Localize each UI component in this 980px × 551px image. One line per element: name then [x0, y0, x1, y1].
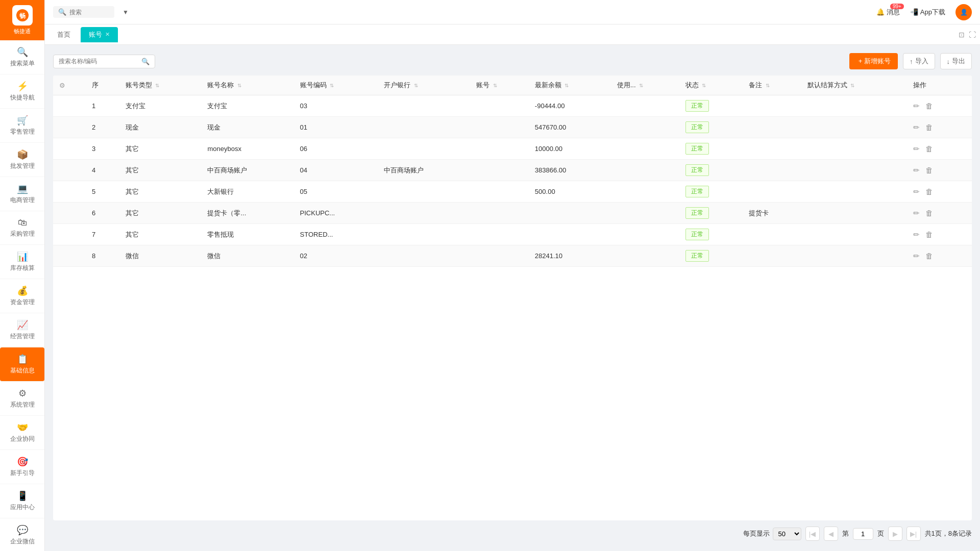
- sidebar-item-inventory-check[interactable]: 📊 库存核算: [0, 245, 44, 279]
- delete-icon[interactable]: 🗑: [925, 252, 933, 260]
- tab-expand-icon[interactable]: ⛶: [969, 31, 976, 39]
- edit-icon[interactable]: ✏: [913, 230, 920, 239]
- sidebar-item-label: 零售管理: [10, 128, 35, 136]
- sidebar: 畅 畅捷通 🔍 搜索菜单 ⚡ 快捷导航 🛒 零售管理 📦 批发管理 💻 电商管理…: [0, 0, 45, 551]
- edit-icon[interactable]: ✏: [913, 209, 920, 217]
- system-icon: ⚙: [18, 388, 27, 399]
- row-code: 02: [294, 245, 378, 267]
- sidebar-item-search-menu[interactable]: 🔍 搜索菜单: [0, 40, 44, 74]
- account-table: ⚙ 序 账号类型 ⇅ 账号名称 ⇅ 账号编码 ⇅ 开户银行 ⇅ 账号 ⇅ 最新余…: [53, 76, 972, 267]
- row-action: ✏ 🗑: [907, 181, 972, 203]
- table-row: 7 其它 零售抵现 STORED... 正常 ✏ 🗑: [53, 224, 972, 245]
- prev-page-button[interactable]: ◀: [824, 527, 838, 541]
- user-avatar[interactable]: 👤: [955, 4, 972, 20]
- row-num: 2: [86, 117, 119, 138]
- sidebar-item-label: 新手引导: [10, 469, 35, 478]
- sidebar-item-app-center[interactable]: 📱 应用中心: [0, 484, 44, 518]
- edit-icon[interactable]: ✏: [913, 102, 920, 110]
- status-badge: 正常: [685, 143, 709, 155]
- col-default-settle[interactable]: 默认结算方式 ⇅: [801, 76, 907, 95]
- header-dropdown[interactable]: ▼: [122, 9, 129, 16]
- delete-icon[interactable]: 🗑: [925, 209, 933, 217]
- delete-icon[interactable]: 🗑: [925, 102, 933, 110]
- tab-home-label: 首页: [57, 30, 70, 39]
- col-usage[interactable]: 使用... ⇅: [611, 76, 679, 95]
- tab-account-label: 账号: [89, 30, 102, 39]
- row-balance: 547670.00: [529, 117, 611, 138]
- sort-account-icon: ⇅: [493, 83, 497, 88]
- col-bank[interactable]: 开户银行 ⇅: [378, 76, 470, 95]
- export-button[interactable]: ↓ 导出: [940, 53, 972, 69]
- import-button[interactable]: ↑ 导入: [903, 53, 935, 69]
- page-number-input[interactable]: [853, 528, 873, 540]
- basic-info-icon: 📋: [17, 354, 28, 365]
- last-page-button[interactable]: ▶|: [906, 527, 921, 541]
- row-action: ✏ 🗑: [907, 95, 972, 117]
- page-size-area: 每页显示 50 10 20 100: [743, 528, 801, 540]
- page-label: 页: [877, 529, 884, 538]
- tab-home[interactable]: 首页: [49, 27, 79, 42]
- col-settings[interactable]: ⚙: [53, 76, 86, 95]
- sidebar-item-capital-mgmt[interactable]: 💰 资金管理: [0, 279, 44, 313]
- row-status: 正常: [679, 117, 743, 138]
- header-search-input[interactable]: [69, 9, 110, 16]
- chevron-down-icon: ▼: [122, 9, 129, 16]
- sidebar-item-enterprise-wechat[interactable]: 💬 企业微信: [0, 518, 44, 551]
- notification-button[interactable]: 🔔 消息 99+: [876, 8, 900, 17]
- next-page-button[interactable]: ▶: [888, 527, 902, 541]
- search-submit-icon[interactable]: 🔍: [141, 58, 150, 65]
- sidebar-item-ecommerce-mgmt[interactable]: 💻 电商管理: [0, 177, 44, 211]
- add-account-button[interactable]: + 新增账号: [849, 53, 898, 69]
- col-code[interactable]: 账号编码 ⇅: [294, 76, 378, 95]
- col-note[interactable]: 备注 ⇅: [743, 76, 801, 95]
- header-search[interactable]: 🔍: [53, 6, 114, 18]
- search-wrapper[interactable]: 🔍: [53, 55, 155, 68]
- delete-icon[interactable]: 🗑: [925, 166, 933, 174]
- first-page-button[interactable]: |◀: [805, 527, 820, 541]
- new-guide-icon: 🎯: [17, 456, 28, 467]
- status-badge: 正常: [685, 229, 709, 240]
- row-bank: [378, 224, 470, 245]
- delete-icon[interactable]: 🗑: [925, 144, 933, 153]
- edit-icon[interactable]: ✏: [913, 123, 920, 132]
- sidebar-item-enterprise-agreement[interactable]: 🤝 企业协同: [0, 416, 44, 450]
- row-balance: [529, 224, 611, 245]
- edit-icon[interactable]: ✏: [913, 187, 920, 196]
- sidebar-item-purchase-mgmt[interactable]: 🛍 采购管理: [0, 211, 44, 245]
- sidebar-item-label: 快捷导航: [10, 93, 35, 102]
- edit-icon[interactable]: ✏: [913, 144, 920, 153]
- col-name[interactable]: 账号名称 ⇅: [201, 76, 293, 95]
- sidebar-item-basic-info[interactable]: 📋 基础信息: [0, 347, 44, 382]
- tab-account[interactable]: 账号 ✕: [81, 27, 118, 42]
- col-balance[interactable]: 最新余额 ⇅: [529, 76, 611, 95]
- search-icon: 🔍: [58, 8, 66, 16]
- app-center-icon: 📱: [17, 490, 28, 502]
- sidebar-item-new-guide[interactable]: 🎯 新手引导: [0, 450, 44, 484]
- edit-icon[interactable]: ✏: [913, 166, 920, 174]
- sidebar-item-system-mgmt[interactable]: ⚙ 系统管理: [0, 382, 44, 416]
- col-status[interactable]: 状态 ⇅: [679, 76, 743, 95]
- tab-restore-icon[interactable]: ⊡: [959, 31, 965, 39]
- delete-icon[interactable]: 🗑: [925, 230, 933, 239]
- table-row: 8 微信 微信 02 28241.10 正常 ✏ 🗑: [53, 245, 972, 267]
- row-settings: [53, 117, 86, 138]
- inventory-icon: 📊: [17, 251, 28, 262]
- col-type[interactable]: 账号类型 ⇅: [119, 76, 202, 95]
- retail-icon: 🛒: [17, 115, 28, 126]
- sidebar-item-wholesale-mgmt[interactable]: 📦 批发管理: [0, 143, 44, 177]
- delete-icon[interactable]: 🗑: [925, 123, 933, 132]
- sidebar-item-retail-mgmt[interactable]: 🛒 零售管理: [0, 109, 44, 143]
- page-text: 第: [842, 529, 849, 538]
- app-download-button[interactable]: 📲 App下载: [910, 8, 945, 17]
- search-input[interactable]: [59, 58, 138, 65]
- edit-icon[interactable]: ✏: [913, 252, 920, 260]
- sidebar-item-quick-nav[interactable]: ⚡ 快捷导航: [0, 74, 44, 109]
- column-settings-icon[interactable]: ⚙: [59, 82, 65, 89]
- page-size-select[interactable]: 50 10 20 100: [773, 528, 801, 540]
- sidebar-item-operations-mgmt[interactable]: 📈 经营管理: [0, 313, 44, 347]
- row-usage: [611, 117, 679, 138]
- col-account[interactable]: 账号 ⇅: [470, 76, 529, 95]
- sort-bank-icon: ⇅: [414, 83, 418, 88]
- delete-icon[interactable]: 🗑: [925, 187, 933, 196]
- tab-close-icon[interactable]: ✕: [105, 31, 110, 38]
